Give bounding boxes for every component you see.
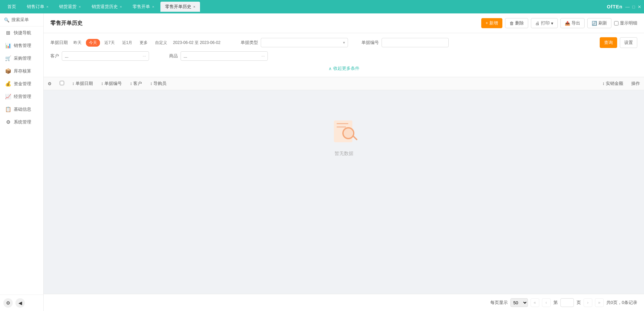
tab-close-sales-return[interactable]: × [79, 5, 81, 9]
data-table: ⚙ ↕ 单据日期 ↕ 单据编号 ↕ 客户 [44, 77, 644, 90]
tab-close-sales-return-history[interactable]: × [120, 5, 122, 9]
sidebar-label-inventory: 库存核算 [14, 68, 31, 74]
filter-collapse-row: ∧ 收起更多条件 [50, 64, 637, 73]
per-page-select[interactable]: 102050100 [510, 298, 528, 307]
product-dropdown-icon: ··· [261, 54, 265, 58]
filter-product-item: 商品 ... ··· [169, 51, 268, 61]
sidebar-item-system[interactable]: ⚙系统管理 [0, 116, 43, 128]
brand-name: OfTEn [607, 4, 623, 9]
maximize-btn[interactable]: □ [632, 4, 635, 9]
gear-column-header[interactable]: ⚙ [44, 77, 56, 90]
empty-middle-header [171, 77, 598, 90]
tab-close-retail-open-history[interactable]: × [193, 5, 195, 9]
product-select[interactable]: ... ··· [181, 51, 268, 61]
doc-no-header[interactable]: ↕ 单据编号 [97, 77, 126, 90]
customer-dropdown-icon: ··· [143, 54, 146, 58]
filter-customer-item: 客户 ... ··· [50, 51, 149, 61]
sidebar-label-quick-nav: 快捷导航 [14, 30, 31, 36]
sidebar-item-basic-info[interactable]: 📋基础信息 [0, 103, 43, 116]
close-btn[interactable]: ✕ [638, 4, 641, 9]
tab-retail-open[interactable]: 零售开单× [128, 2, 159, 12]
tab-sales-return-history[interactable]: 销货退货历史× [87, 2, 127, 12]
date-btn-昨天[interactable]: 昨天 [70, 39, 85, 47]
page-label-before: 第 [553, 300, 558, 306]
refresh-button[interactable]: 🔄 刷新 [587, 18, 611, 28]
doc-date-header[interactable]: ↕ 单据日期 [68, 77, 97, 90]
filter-date-item: 单据日期 昨天今天近7天近1月更多自定义 2023-06-02 至 2023-0… [50, 39, 220, 47]
page-label-after: 页 [577, 300, 581, 306]
customer-select[interactable]: ... ··· [62, 51, 149, 61]
date-btn-今天[interactable]: 今天 [86, 39, 100, 47]
settings-gear-btn[interactable]: ⚙ [3, 298, 13, 308]
docno-label: 单据编号 [361, 40, 379, 46]
sidebar-label-basic-info: 基础信息 [14, 106, 31, 112]
prev-page-btn[interactable]: ‹ [542, 298, 551, 307]
customer-label: 客户 [50, 53, 59, 59]
date-btn-自定义[interactable]: 自定义 [152, 39, 170, 47]
magnify-shape [342, 127, 354, 139]
filter-row-1: 单据日期 昨天今天近7天近1月更多自定义 2023-06-02 至 2023-0… [50, 37, 637, 48]
actions-header: 操作 [627, 77, 644, 90]
per-page-label: 每页显示 [490, 300, 508, 306]
tab-sales-order[interactable]: 销售订单× [22, 2, 53, 12]
current-page-input[interactable]: 1 [560, 298, 574, 307]
sidebar-item-sales-mgmt[interactable]: 📊销售管理 [0, 39, 43, 52]
sidebar-item-inventory[interactable]: 📦库存核算 [0, 65, 43, 77]
tab-retail-open-history[interactable]: 零售开单历史× [160, 2, 200, 12]
sidebar-label-sales-mgmt: 销售管理 [14, 43, 31, 49]
collapse-button[interactable]: ∧ 收起更多条件 [327, 64, 361, 73]
query-button[interactable]: 查询 [600, 37, 617, 48]
filter-actions: 查询 设置 [600, 37, 637, 48]
settings-button[interactable]: 设置 [620, 37, 637, 48]
filter-doctype-item: 单据类型 ▾ [241, 38, 348, 47]
sidebar-search[interactable]: 🔍 搜索采单 [0, 13, 43, 27]
doctype-label: 单据类型 [241, 40, 258, 46]
top-tabbar: 首页销售订单×销货退货×销货退货历史×零售开单×零售开单历史× OfTEn — … [0, 0, 644, 13]
sidebar-label-operation: 经营管理 [14, 94, 31, 100]
add-button[interactable]: + 新增 [481, 18, 502, 28]
date-btn-近1月[interactable]: 近1月 [119, 39, 136, 47]
date-btn-更多[interactable]: 更多 [137, 39, 151, 47]
sidebar-item-purchase-mgmt[interactable]: 🛒采购管理 [0, 52, 43, 65]
filter-area: 单据日期 昨天今天近7天近1月更多自定义 2023-06-02 至 2023-0… [44, 33, 644, 77]
main-layout: 🔍 搜索采单 ⊞快捷导航📊销售管理🛒采购管理📦库存核算💰资金管理📈经营管理📋基础… [0, 13, 644, 311]
tab-close-retail-open[interactable]: × [152, 5, 154, 9]
sidebar-label-finance: 资金管理 [14, 81, 31, 87]
sidebar-item-operation[interactable]: 📈经营管理 [0, 90, 43, 103]
date-label: 单据日期 [50, 40, 68, 46]
export-button[interactable]: 📤 导出 [560, 18, 585, 28]
sidebar-item-finance[interactable]: 💰资金管理 [0, 77, 43, 90]
actual-amount-header[interactable]: ↕ 实销金额 [598, 77, 627, 90]
sidebar-icon-operation: 📈 [5, 94, 11, 100]
minimize-btn[interactable]: — [625, 4, 630, 9]
sidebar-icon-purchase-mgmt: 🛒 [5, 55, 11, 61]
customer-header[interactable]: ↕ 客户 [126, 77, 146, 90]
sidebar-icon-quick-nav: ⊞ [5, 30, 11, 36]
display-detail-input[interactable] [614, 21, 618, 25]
search-icon: 🔍 [4, 17, 9, 22]
first-page-btn[interactable]: « [531, 298, 539, 307]
filter-row-2: 客户 ... ··· 商品 ... ··· [50, 51, 637, 61]
doctype-select[interactable]: ▾ [261, 38, 348, 47]
tab-close-sales-order[interactable]: × [46, 5, 48, 9]
date-range-value: 2023-06-02 至 2023-06-02 [173, 40, 220, 46]
docno-input[interactable] [382, 38, 449, 47]
tab-home[interactable]: 首页 [3, 2, 21, 12]
select-all-checkbox[interactable] [60, 81, 64, 85]
last-page-btn[interactable]: » [595, 298, 604, 307]
display-detail-checkbox[interactable]: 显示明细 [614, 20, 637, 26]
guide-header[interactable]: ↕ 导购员 [146, 77, 170, 90]
checkbox-column-header[interactable] [56, 77, 68, 90]
delete-button[interactable]: 🗑 删除 [505, 18, 528, 28]
sidebar-icon-basic-info: 📋 [5, 106, 11, 112]
sidebar-item-quick-nav[interactable]: ⊞快捷导航 [0, 27, 43, 39]
sidebar-collapse-btn[interactable]: ◀ [15, 298, 25, 308]
print-button[interactable]: 🖨 打印 ▾ [531, 18, 558, 28]
print-icon: 🖨 [535, 21, 540, 26]
refresh-icon: 🔄 [592, 21, 597, 26]
date-range-buttons: 昨天今天近7天近1月更多自定义 [70, 39, 170, 47]
tab-sales-return[interactable]: 销货退货× [54, 2, 85, 12]
next-page-btn[interactable]: › [584, 298, 592, 307]
print-dropdown-icon: ▾ [551, 21, 553, 26]
date-btn-近7天[interactable]: 近7天 [101, 39, 118, 47]
